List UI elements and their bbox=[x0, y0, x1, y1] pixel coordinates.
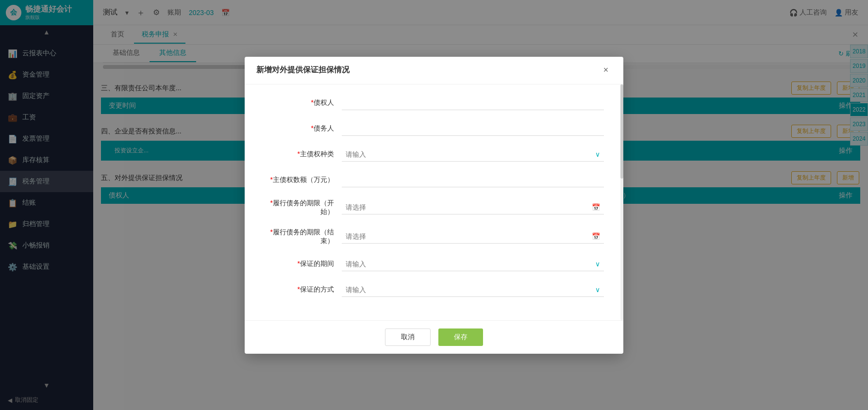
guarantee-period-input[interactable] bbox=[342, 257, 591, 271]
debt-amount-label: *主债权数额（万元） bbox=[264, 176, 342, 184]
debtor-label: *债务人 bbox=[264, 124, 342, 133]
modal-overlay: 新增对外提供保证担保情况 × *债权人 *债务人 bbox=[0, 0, 868, 410]
debtor-input[interactable] bbox=[342, 122, 604, 136]
form-row-debt-type: *主债权种类 ∨ bbox=[264, 148, 604, 162]
required-mark: * bbox=[298, 260, 300, 267]
guarantee-method-input[interactable] bbox=[342, 283, 591, 296]
required-mark: * bbox=[298, 150, 300, 158]
debt-amount-input[interactable] bbox=[342, 173, 604, 187]
form-row-guarantee-method: *保证的方式 ∨ bbox=[264, 283, 604, 297]
required-mark: * bbox=[311, 98, 314, 106]
save-button[interactable]: 保存 bbox=[438, 328, 483, 346]
debt-type-input[interactable] bbox=[342, 148, 591, 161]
modal-close-button[interactable]: × bbox=[600, 65, 612, 76]
debt-type-chevron-icon[interactable]: ∨ bbox=[591, 150, 604, 158]
period-start-input[interactable] bbox=[342, 200, 588, 214]
period-start-label: *履行债务的期限（开始） bbox=[264, 199, 342, 216]
form-row-debt-amount: *主债权数额（万元） bbox=[264, 173, 604, 187]
form-row-guarantee-period: *保证的期间 ∨ bbox=[264, 257, 604, 271]
guarantee-method-chevron-icon[interactable]: ∨ bbox=[591, 286, 604, 294]
cancel-button[interactable]: 取消 bbox=[385, 328, 431, 346]
guarantee-period-select-wrapper: ∨ bbox=[342, 257, 604, 271]
required-mark: * bbox=[311, 124, 314, 132]
form-row-debtor: *债务人 bbox=[264, 122, 604, 136]
modal-scrollbar bbox=[620, 84, 623, 320]
period-end-date-wrapper: 📅 bbox=[342, 230, 604, 244]
creditor-input[interactable] bbox=[342, 96, 604, 110]
modal-title: 新增对外提供保证担保情况 bbox=[256, 65, 350, 75]
period-end-calendar-icon[interactable]: 📅 bbox=[588, 232, 604, 240]
period-end-label: *履行债务的期限（结束） bbox=[264, 228, 342, 246]
guarantee-period-label: *保证的期间 bbox=[264, 260, 342, 268]
required-mark: * bbox=[270, 199, 273, 207]
period-start-date-wrapper: 📅 bbox=[342, 200, 604, 214]
form-row-period-end: *履行债务的期限（结束） 📅 bbox=[264, 228, 604, 246]
period-start-calendar-icon[interactable]: 📅 bbox=[588, 203, 604, 211]
form-row-period-start: *履行债务的期限（开始） 📅 bbox=[264, 199, 604, 216]
modal-header: 新增对外提供保证担保情况 × bbox=[245, 57, 623, 84]
modal-scroll-thumb bbox=[620, 84, 623, 179]
period-end-input[interactable] bbox=[342, 230, 588, 243]
form-row-creditor: *债权人 bbox=[264, 96, 604, 110]
required-mark: * bbox=[270, 228, 273, 236]
debt-type-select-wrapper: ∨ bbox=[342, 148, 604, 162]
required-mark: * bbox=[298, 285, 300, 293]
creditor-label: *债权人 bbox=[264, 98, 342, 107]
required-mark: * bbox=[270, 176, 273, 183]
modal: 新增对外提供保证担保情况 × *债权人 *债务人 bbox=[245, 57, 623, 354]
guarantee-method-label: *保证的方式 bbox=[264, 285, 342, 294]
guarantee-method-select-wrapper: ∨ bbox=[342, 283, 604, 297]
guarantee-period-chevron-icon[interactable]: ∨ bbox=[591, 260, 604, 268]
debt-type-label: *主债权种类 bbox=[264, 150, 342, 159]
modal-body: *债权人 *债务人 *主债权种类 ∨ bbox=[245, 84, 623, 320]
modal-footer: 取消 保存 bbox=[245, 320, 623, 354]
